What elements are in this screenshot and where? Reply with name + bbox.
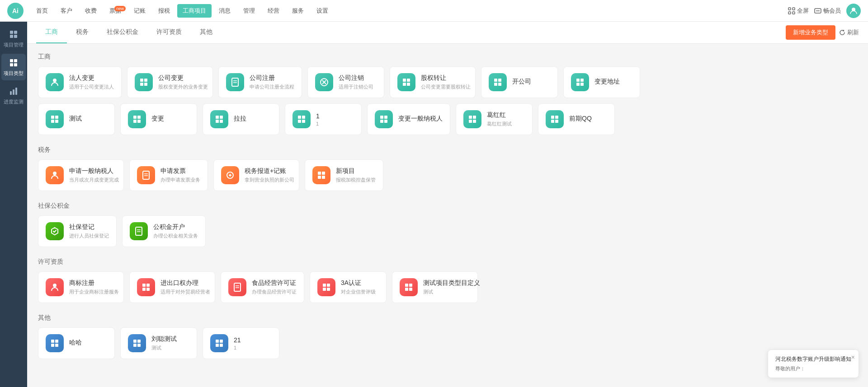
card-title-gongsi-zc: 公司注册 <box>250 74 294 82</box>
sidebar-item-project-type[interactable]: 项目类型 <box>1 54 26 80</box>
card-shebao-dengji[interactable]: 社保登记 进行人员社保登记 <box>38 215 117 247</box>
svg-rect-100 <box>55 344 58 347</box>
card-icon-3a <box>317 278 335 296</box>
card-ceshi[interactable]: 测试 <box>38 103 115 135</box>
cards-grid-xuke: 商标注册 用于企业商标注册服务 进出口权办理 适用于对外贸易经营者 <box>38 271 857 303</box>
svg-rect-51 <box>216 120 219 123</box>
card-haha[interactable]: 哈哈 <box>38 327 115 359</box>
tab-xuke[interactable]: 许可资质 <box>147 22 191 43</box>
svg-rect-36 <box>498 83 501 86</box>
nav-home[interactable]: 首页 <box>31 4 53 18</box>
card-gongsi-zhuce[interactable]: 公司注册 申请公司注册全流程 <box>218 66 302 98</box>
fullscreen-btn[interactable]: 全屏 <box>788 7 809 15</box>
nav-manage[interactable]: 管理 <box>238 4 260 18</box>
grid-icon <box>8 29 19 40</box>
svg-rect-21 <box>140 83 143 86</box>
card-shenqing-fapiao[interactable]: 申请发票 办理申请发票业务 <box>129 159 208 191</box>
card-one[interactable]: 1 1 <box>285 103 362 135</box>
card-ceshi-leixing[interactable]: 测试项目类型目定义 测试 <box>392 271 478 303</box>
card-title-gongsi-zx: 公司注销 <box>339 74 373 82</box>
card-gongsi-zhuxiao[interactable]: 公司注销 适用于注销公司 <box>307 66 384 98</box>
nav-customer[interactable]: 客户 <box>55 4 78 18</box>
nav-service[interactable]: 服务 <box>287 4 309 18</box>
card-gongsi-biangeng[interactable]: 公司变更 股权变更外的业务变更 <box>127 66 213 98</box>
card-biangeng-납세인[interactable]: 变更一般纳税人 <box>367 103 450 135</box>
card-icon-shebao-dj <box>46 222 64 240</box>
card-icon-biangeng-dizhi <box>571 73 589 91</box>
sidebar: 项目管理 项目类型 进度监测 <box>0 22 27 387</box>
svg-rect-14 <box>14 63 17 66</box>
svg-rect-85 <box>146 288 150 291</box>
card-shangbiao-zhuce[interactable]: 商标注册 用于企业商标注册服务 <box>38 271 124 303</box>
card-title-3a: 3A认证 <box>341 279 376 287</box>
svg-rect-44 <box>55 120 58 123</box>
nav-bills[interactable]: 票据 new <box>104 4 127 18</box>
svg-rect-45 <box>133 116 137 119</box>
card-shipin-xuke[interactable]: 食品经营许可证 办理食品经营许可证 <box>221 271 304 303</box>
nav-business[interactable]: 工商项目 <box>177 4 212 18</box>
svg-rect-60 <box>384 120 387 123</box>
svg-rect-31 <box>403 83 406 86</box>
card-desc-3a: 对企业信誉评级 <box>341 289 376 295</box>
notification-close-btn[interactable]: × <box>851 354 855 361</box>
cards-grid-gongshang: 法人变更 适用于公司变更法人 公司变更 股权变更外的业务变更 <box>38 66 857 98</box>
card-title-liucong: 刘聪测试 <box>151 335 177 343</box>
card-21[interactable]: 21 1 <box>203 327 279 359</box>
new-type-button[interactable]: 新增业务类型 <box>786 25 835 40</box>
card-title-21: 21 <box>234 336 241 344</box>
card-shenqing-납세인[interactable]: 申请一般纳税人 当月或次月成变更完成 <box>38 159 124 191</box>
svg-rect-2 <box>788 12 791 14</box>
card-biangeng[interactable]: 变更 <box>120 103 197 135</box>
user-avatar[interactable] <box>846 4 861 18</box>
card-guzhuanrang[interactable]: 股权转让 公司变更需要股权转让 <box>390 66 476 98</box>
card-xin-xiangmu[interactable]: 新项目 报税加税控盘保管 <box>305 159 383 191</box>
nav-fee[interactable]: 收费 <box>80 4 102 18</box>
nav-tax[interactable]: 报税 <box>153 4 175 18</box>
card-icon-lala <box>210 110 228 128</box>
tab-qita[interactable]: 其他 <box>191 22 222 43</box>
svg-rect-59 <box>380 120 383 123</box>
card-title-haha: 哈哈 <box>69 339 82 347</box>
card-fazren-biangeng[interactable]: 法人变更 适用于公司变更法人 <box>38 66 122 98</box>
card-liucong-ceshi[interactable]: 刘聪测试 测试 <box>120 327 197 359</box>
nav-bookkeeping[interactable]: 记账 <box>128 4 151 18</box>
member-btn[interactable]: 畅会员 <box>814 7 841 15</box>
svg-rect-42 <box>55 116 58 119</box>
card-info-sb-zc: 商标注册 用于企业商标注册服务 <box>69 279 119 295</box>
card-qianqi-qq[interactable]: 前期QQ <box>538 103 615 135</box>
svg-rect-48 <box>137 120 141 123</box>
card-jinchukouquan[interactable]: 进出口权办理 适用于对外贸易经营者 <box>129 271 215 303</box>
card-gongjijin-kaihu[interactable]: 公积金开户 办理公积金相关业务 <box>122 215 206 247</box>
refresh-button[interactable]: 刷新 <box>839 28 859 37</box>
tab-shebao[interactable]: 社保公积金 <box>98 22 147 43</box>
nav-message[interactable]: 消息 <box>213 4 236 18</box>
sidebar-item-project-manage[interactable]: 项目管理 <box>1 25 26 52</box>
card-gehonghong[interactable]: 葛红红 葛红红测试 <box>456 103 533 135</box>
card-desc-liucong: 测试 <box>151 345 177 351</box>
svg-rect-70 <box>143 171 149 179</box>
nav-operate[interactable]: 经营 <box>262 4 285 18</box>
card-desc-guzhuanrang: 公司变更需要股权转让 <box>421 84 471 90</box>
card-info-ceshi: 测试 <box>69 115 82 124</box>
svg-rect-97 <box>51 340 54 343</box>
app-logo[interactable]: Ai <box>7 3 24 19</box>
nav-settings[interactable]: 设置 <box>311 4 334 18</box>
card-icon-shenqing-fp <box>137 166 155 184</box>
tab-gongshang[interactable]: 工商 <box>36 22 67 43</box>
card-desc-shebao-dj: 进行人员社保登记 <box>69 233 109 239</box>
card-lala[interactable]: 拉拉 <box>203 103 279 135</box>
card-kai-gongsi[interactable]: 开公司 <box>481 66 558 98</box>
svg-rect-23 <box>232 78 238 86</box>
svg-rect-52 <box>220 120 223 123</box>
card-title-sb-zc: 商标注册 <box>69 279 119 287</box>
card-shuiwu-baodao[interactable]: 税务报道+记账 拿到营业执照的新公司 <box>213 159 299 191</box>
tab-shuiwu[interactable]: 税务 <box>67 22 98 43</box>
svg-rect-9 <box>10 35 13 38</box>
notification-popup: × 河北税务数字账户升级影响通知 尊敬的用户： <box>768 350 859 378</box>
card-icon-haha <box>46 334 64 352</box>
card-biangeng-dizhi[interactable]: 变更地址 <box>563 66 640 98</box>
sidebar-item-progress[interactable]: 进度监测 <box>1 82 26 109</box>
tabs: 工商 税务 社保公积金 许可资质 其他 <box>36 22 222 43</box>
main-content: 工商 税务 社保公积金 许可资质 其他 新增业务类型 刷新 工商 <box>27 22 868 387</box>
card-3a-renzheng[interactable]: 3A认证 对企业信誉评级 <box>310 271 387 303</box>
